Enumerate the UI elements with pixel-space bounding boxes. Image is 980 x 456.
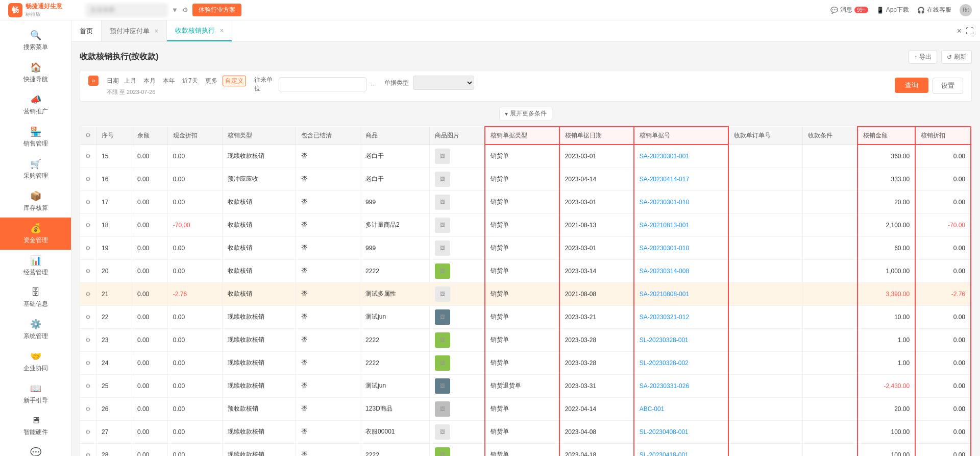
row-gear[interactable]: ⚙ [80, 213, 96, 236]
sidebar-item-wechat[interactable]: 💬 企业微信 [0, 442, 71, 456]
sidebar-item-business[interactable]: 📊 经营管理 [0, 250, 71, 282]
writeoff-no-link[interactable]: SA-20230301-010 [640, 199, 689, 206]
sidebar-item-quick-nav[interactable]: 🏠 快捷导航 [0, 57, 71, 89]
sidebar-item-inventory[interactable]: 📦 库存核算 [0, 185, 71, 218]
sidebar-item-system[interactable]: ⚙️ 系统管理 [0, 314, 71, 346]
sidebar-item-enterprise[interactable]: 🤝 企业协同 [0, 346, 71, 378]
row-gear[interactable]: ⚙ [80, 167, 96, 190]
row-gear[interactable]: ⚙ [80, 328, 96, 351]
tab-receipt[interactable]: 收款核销执行 × [167, 20, 232, 41]
row-writeoff-date: 2023-03-28 [559, 328, 634, 351]
row-writeoff-voucher-type: 销货单 [485, 397, 559, 420]
source-unit-dots[interactable]: ··· [371, 81, 376, 88]
voucher-type-select[interactable] [413, 76, 474, 90]
row-gear[interactable]: ⚙ [80, 145, 96, 167]
row-receipt-order-no [728, 305, 802, 328]
online-service-button[interactable]: 🎧 在线客服 [917, 6, 951, 14]
writeoff-no-link[interactable]: SA-20210813-001 [640, 222, 689, 229]
date-btn-custom[interactable]: 自定义 [223, 76, 246, 86]
purchase-icon: 🛒 [30, 158, 41, 170]
refresh-button[interactable]: ↺ 刷新 [941, 50, 972, 64]
row-gear[interactable]: ⚙ [80, 420, 96, 443]
top-bar-right: 💬 消息 99+ 📱 App下载 🎧 在线客服 Rit [830, 4, 972, 16]
writeoff-no-link[interactable]: SA-20230301-001 [640, 153, 689, 160]
company-search-input[interactable] [86, 4, 167, 17]
tab-maximize-button[interactable]: ⛶ [966, 27, 974, 36]
row-product: 测试多属性 [360, 282, 430, 305]
writeoff-no-link[interactable]: SA-20230331-026 [640, 382, 689, 390]
writeoff-no-link[interactable]: SL-20230408-001 [640, 428, 689, 436]
writeoff-no-link[interactable]: SL-20230328-001 [640, 337, 689, 344]
sidebar-item-finance[interactable]: 💰 资金管理 [0, 218, 71, 250]
row-gear[interactable]: ⚙ [80, 397, 96, 420]
row-receipt-condition [802, 443, 857, 456]
sidebar-item-search[interactable]: 🔍 搜索菜单 [0, 25, 71, 57]
product-image: 🖼 [435, 447, 450, 457]
settings-gear-icon[interactable]: ⚙ [182, 6, 188, 14]
writeoff-no-link[interactable]: SA-20230414-017 [640, 176, 689, 183]
th-balance: 余额 [132, 127, 167, 145]
writeoff-no-link[interactable]: SA-20210808-001 [640, 291, 689, 298]
export-button[interactable]: ↑ 导出 [909, 50, 937, 64]
date-btn-more[interactable]: 更多 [203, 76, 219, 86]
messages-badge: 99+ [854, 7, 868, 13]
sidebar-item-marketing[interactable]: 📣 营销推广 [0, 89, 71, 121]
sidebar-item-guide[interactable]: 📖 新手引导 [0, 378, 71, 410]
filter-expand-button[interactable]: » [88, 76, 99, 86]
dropdown-icon[interactable]: ▼ [172, 6, 178, 14]
tab-home[interactable]: 首页 [71, 20, 102, 41]
writeoff-no-link[interactable]: SA-20230321-012 [640, 314, 689, 321]
messages-button[interactable]: 💬 消息 99+ [830, 6, 868, 14]
row-gear[interactable]: ⚙ [80, 374, 96, 397]
row-gear[interactable]: ⚙ [80, 236, 96, 259]
sidebar-item-sales[interactable]: 🏪 销售管理 [0, 121, 71, 153]
tab-receipt-label: 收款核销执行 [175, 26, 215, 35]
row-product: 999 [360, 236, 430, 259]
th-writeoff-no: 核销单据号 [634, 127, 728, 145]
row-product: 老白干 [360, 167, 430, 190]
app-download-button[interactable]: 📱 App下载 [876, 6, 909, 14]
table-body: ⚙ 15 0.00 0.00 现续收款核销 否 老白干 🖼 销货单 2023-0… [80, 145, 971, 456]
writeoff-no-link[interactable]: SA-20230301-010 [640, 245, 689, 252]
table-row: ⚙ 18 0.00 -70.00 收款核销 否 多计量商品2 🖼 销货单 202… [80, 213, 971, 236]
th-gear[interactable]: ⚙ [80, 127, 96, 145]
tab-close-button[interactable]: × [957, 27, 962, 36]
table-row: ⚙ 16 0.00 0.00 预冲应应收 否 老白干 🖼 销货单 2023-04… [80, 167, 971, 190]
row-balance: 0.00 [132, 397, 167, 420]
sidebar-item-hardware[interactable]: 🖥 智能硬件 [0, 410, 71, 442]
row-writeoff-date: 2023-03-28 [559, 351, 634, 374]
writeoff-no-link[interactable]: SA-20230314-008 [640, 268, 689, 275]
row-writeoff-discount: -70.00 [915, 213, 971, 236]
row-writeoff-type: 现续收款核销 [222, 420, 296, 443]
row-gear[interactable]: ⚙ [80, 259, 96, 282]
tab-prepay[interactable]: 预付冲应付单 × [102, 20, 167, 41]
row-gear[interactable]: ⚙ [80, 282, 96, 305]
row-gear[interactable]: ⚙ [80, 443, 96, 456]
row-product-img: 🖼 [430, 305, 485, 328]
query-button[interactable]: 查询 [895, 78, 928, 93]
expand-more-button[interactable]: ▾ 展开更多条件 [499, 107, 552, 121]
date-btn-last-month[interactable]: 上月 [122, 76, 138, 86]
tab-receipt-close[interactable]: × [220, 27, 224, 34]
tab-prepay-close[interactable]: × [155, 28, 158, 35]
search-icon: 🔍 [30, 30, 41, 41]
writeoff-no-link[interactable]: SL-20230328-002 [640, 359, 689, 367]
row-gear[interactable]: ⚙ [80, 351, 96, 374]
date-btn-this-year[interactable]: 本年 [161, 76, 177, 86]
row-writeoff-voucher-type: 销货单 [485, 259, 559, 282]
settings-button[interactable]: 设置 [933, 78, 963, 94]
writeoff-no-link[interactable]: ABC-001 [640, 405, 665, 413]
sidebar-item-basic[interactable]: 🗄 基础信息 [0, 282, 71, 314]
data-table: ⚙ 序号 余额 现金折扣 核销类型 包含已结清 商品 商品图片 核销单据类型 核… [80, 126, 971, 456]
row-seq: 20 [96, 259, 132, 282]
row-gear[interactable]: ⚙ [80, 305, 96, 328]
source-unit-input[interactable] [279, 77, 366, 91]
avatar: Rit [960, 4, 972, 16]
sidebar-item-purchase[interactable]: 🛒 采购管理 [0, 153, 71, 185]
industry-solution-button[interactable]: 体验行业方案 [192, 4, 241, 16]
date-btn-7days[interactable]: 近7天 [180, 76, 200, 86]
date-btn-this-month[interactable]: 本月 [141, 76, 158, 86]
row-gear[interactable]: ⚙ [80, 190, 96, 213]
user-profile[interactable]: Rit [960, 4, 972, 16]
writeoff-no-link[interactable]: SL-20230418-001 [640, 451, 689, 457]
